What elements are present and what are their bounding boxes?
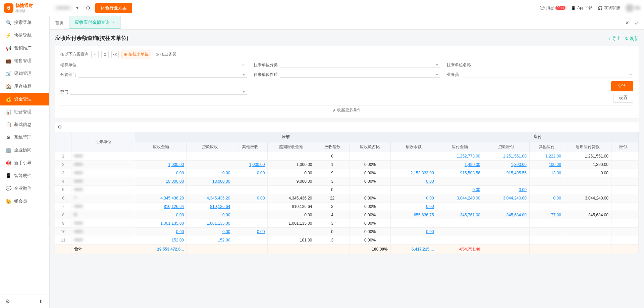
footer-ysje[interactable]: 19,553,472,6... — [135, 245, 187, 254]
cell-qtys-7[interactable] — [233, 211, 268, 219]
sidebar-item-6[interactable]: 💰资金管理 — [0, 93, 49, 105]
cell-dkyf-3[interactable] — [483, 177, 529, 186]
cell-yfje-10[interactable] — [437, 236, 483, 245]
filter-select-lwdwxz[interactable]: ▼ — [280, 72, 440, 78]
cell-qtyf-4[interactable] — [529, 186, 564, 194]
footer-yfje[interactable]: -654,751.40 — [437, 245, 483, 254]
sidebar-item-7[interactable]: 📊经营管理 — [0, 105, 49, 118]
cell-ysye-3[interactable]: 0.00 — [390, 177, 437, 186]
cell-dkyf-1[interactable]: 1,390.00 — [483, 161, 529, 169]
cell-yfje-5[interactable]: 3,044,240.00 — [437, 194, 483, 203]
cell-ysje-7[interactable]: 0.00 — [135, 211, 187, 219]
cell-ysje-4[interactable] — [135, 186, 187, 194]
sidebar-item-14[interactable]: 👑畅会员 — [0, 195, 49, 208]
cell-yfje-2[interactable]: 915,508.56 — [437, 169, 483, 177]
user-info[interactable]: Rit — [626, 4, 640, 12]
sidebar-item-12[interactable]: 📱智能硬件 — [0, 169, 49, 182]
header-gear-btn[interactable]: ⚙ — [83, 3, 93, 13]
cell-qtyf-7[interactable]: 77.00 — [529, 211, 564, 219]
cell-yfje-4[interactable]: 0.00 — [437, 186, 483, 194]
cell-ysje-1[interactable]: 1,000.00 — [135, 161, 187, 169]
tab-item-0[interactable]: 首页 — [50, 16, 69, 29]
cell-yfje-6[interactable] — [437, 203, 483, 211]
cell-dkyf-10[interactable] — [483, 236, 529, 245]
cell-ysye-4[interactable] — [390, 186, 437, 194]
filter-select-bm[interactable]: ▼ — [70, 89, 247, 95]
cell-ysje-10[interactable]: 152.00 — [135, 236, 187, 245]
cell-qtyf-10[interactable] — [529, 236, 564, 245]
cell-dkys-2[interactable]: 0.00 — [187, 169, 233, 177]
sidebar-item-9[interactable]: ⚙系统管理 — [0, 131, 49, 144]
online-service-btn[interactable]: 🎧 在线客服 — [598, 5, 620, 11]
refresh-btn[interactable]: ↻ 刷新 — [625, 36, 639, 42]
industry-solution-btn[interactable]: 体验行业方案 — [95, 3, 132, 13]
sidebar-item-8[interactable]: 📋基础信息 — [0, 118, 49, 131]
cell-ysye-5[interactable]: 0.00 — [390, 194, 437, 203]
cell-ysje-0[interactable] — [135, 152, 187, 161]
cell-dkyf-0[interactable]: 1,251,551.00 — [483, 152, 529, 161]
cell-qtys-3[interactable] — [233, 177, 268, 186]
cell-ysye-9[interactable]: 0.00 — [390, 228, 437, 236]
filter-target-btn[interactable]: ⊙ — [101, 51, 109, 58]
cell-ysye-8[interactable] — [390, 219, 437, 228]
messages-btn[interactable]: 💬 消息 99++ — [540, 5, 566, 11]
cell-qtys-5[interactable]: 0.00 — [233, 194, 268, 203]
cell-qtys-8[interactable] — [233, 219, 268, 228]
workspace-dropdown-btn[interactable]: ▼ — [74, 5, 80, 11]
cell-ysje-5[interactable]: 4,345,436.20 — [135, 194, 187, 203]
table-settings-icon[interactable]: ⚙ — [58, 124, 62, 130]
cell-dkys-7[interactable]: 0.00 — [187, 211, 233, 219]
tab-close-all-btn[interactable]: ✕ — [624, 19, 631, 27]
sidebar-item-3[interactable]: 💼销售管理 — [0, 54, 49, 67]
sidebar-item-5[interactable]: 🏠库存核算 — [0, 80, 49, 93]
filter-input-ywy-field[interactable] — [462, 72, 627, 77]
cell-dkyf-7[interactable]: 345,684.00 — [483, 211, 529, 219]
cell-qtys-9[interactable]: 0.00 — [233, 228, 268, 236]
sidebar-item-4[interactable]: 🛒采购管理 — [0, 67, 49, 80]
cell-qtyf-2[interactable]: 13.00 — [529, 169, 564, 177]
filter-input-jsdw[interactable]: ••• — [78, 62, 247, 68]
cell-qtys-2[interactable]: 0.00 — [233, 169, 268, 177]
filter-input-jsdw-field[interactable] — [80, 62, 240, 67]
filter-input-lwdwmc-field[interactable] — [474, 62, 632, 67]
cell-qtyf-0[interactable]: 1,222.00 — [529, 152, 564, 161]
setting-btn[interactable]: 设置 — [613, 93, 633, 103]
cell-ysje-2[interactable]: 0.00 — [135, 169, 187, 177]
cell-dkys-8[interactable]: 1,001,135.00 — [187, 219, 233, 228]
cell-qtys-10[interactable] — [233, 236, 268, 245]
cell-qtyf-8[interactable] — [529, 219, 564, 228]
cell-dkys-10[interactable]: 152.00 — [187, 236, 233, 245]
tab-close-btn-1[interactable]: × — [112, 20, 115, 25]
cell-qtys-4[interactable] — [233, 186, 268, 194]
cell-ysye-1[interactable] — [390, 161, 437, 169]
cell-ysye-2[interactable]: 2,153,333.00 — [390, 169, 437, 177]
cell-yfje-1[interactable]: 1,490.00 — [437, 161, 483, 169]
query-btn[interactable]: 查询 — [611, 81, 633, 91]
cell-dkys-6[interactable]: 810,126.64 — [187, 203, 233, 211]
tab-item-1[interactable]: 应收应付余额查询× — [69, 16, 121, 29]
footer-ysye[interactable]: 6,417,215.... — [390, 245, 437, 254]
cell-qtyf-5[interactable]: 0.00 — [529, 194, 564, 203]
sidebar-gear-btn[interactable]: ⚙ — [5, 298, 10, 305]
cell-ysye-10[interactable] — [390, 236, 437, 245]
cell-dkys-1[interactable] — [187, 161, 233, 169]
filter-input-ywy[interactable]: ••• — [461, 72, 633, 78]
cell-ysje-3[interactable]: 18,000.00 — [135, 177, 187, 186]
filter-scheme-staff[interactable]: ⊙ 按业务员 — [154, 50, 178, 58]
sidebar-collapse-btn[interactable]: ⏸ — [39, 299, 44, 305]
cell-dkys-3[interactable]: 18,000.00 — [187, 177, 233, 186]
tab-maximize-btn[interactable]: ⤢ — [633, 19, 640, 27]
sidebar-item-1[interactable]: ⚡快捷导航 — [0, 29, 49, 42]
cell-qtyf-9[interactable] — [529, 228, 564, 236]
cell-qtyf-6[interactable] — [529, 203, 564, 211]
export-btn[interactable]: ↑ 导出 — [609, 36, 621, 42]
cell-dkyf-5[interactable]: 3,044,240.00 — [483, 194, 529, 203]
cell-yfje-7[interactable]: 345,761.00 — [437, 211, 483, 219]
cell-dkyf-9[interactable] — [483, 228, 529, 236]
filter-select-lwdwfl[interactable]: ▼ — [280, 62, 440, 68]
sidebar-item-0[interactable]: 🔍搜索菜单 — [0, 16, 49, 29]
sidebar-item-11[interactable]: 🎯新手引导 — [0, 157, 49, 169]
cell-qtyf-1[interactable]: 100.00 — [529, 161, 564, 169]
filter-add-btn[interactable]: + — [91, 51, 99, 58]
cell-dkyf-8[interactable] — [483, 219, 529, 228]
